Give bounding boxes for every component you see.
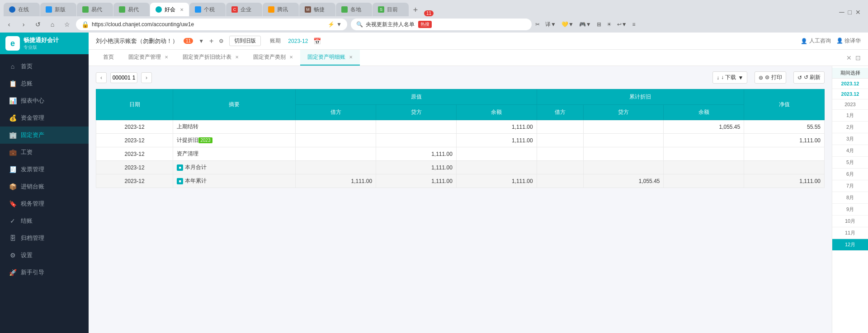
period-month-4[interactable]: 4月: [832, 145, 868, 157]
account-settings-btn[interactable]: ⚙: [219, 38, 224, 44]
period-current-year[interactable]: 2023.12: [832, 89, 868, 99]
sidebar-item-tax[interactable]: 🔖 税务管理: [0, 195, 89, 212]
browser-tab-11[interactable]: S 目前: [373, 3, 409, 16]
cell-acc-balance: 1,055.45: [664, 120, 744, 134]
grid-btn[interactable]: ⊞: [597, 21, 601, 28]
period-selected-year[interactable]: 2023.12: [832, 79, 868, 89]
sidebar-item-archive[interactable]: 🗄 归档管理: [0, 230, 89, 247]
period-month-11[interactable]: 11月: [832, 227, 868, 239]
maximize-btn[interactable]: □: [848, 9, 852, 16]
browser-tab-8[interactable]: 腾讯: [263, 3, 299, 16]
add-account-btn[interactable]: +: [209, 37, 213, 45]
support-btn[interactable]: 👤 人工咨询: [801, 37, 831, 45]
period-month-9[interactable]: 9月: [832, 204, 868, 216]
sidebar-item-payroll[interactable]: 💼 工资: [0, 144, 89, 161]
browser-tab-4[interactable]: 易代: [113, 3, 150, 16]
tab-asset-category[interactable]: 固定资产类别 ✕: [246, 50, 300, 66]
tab-close-5[interactable]: ✕: [180, 7, 184, 12]
close-all-icon[interactable]: ✕: [846, 54, 852, 61]
user-menu-btn[interactable]: 👤 徐译华: [836, 37, 861, 45]
period-month-1[interactable]: 1月: [832, 110, 868, 122]
game-btn[interactable]: 🎮▼: [579, 21, 591, 28]
sidebar-item-reports[interactable]: 📊 报表中心: [0, 92, 89, 109]
undo-btn[interactable]: ↩▼: [617, 21, 627, 28]
tab-asset-detail-close[interactable]: ✕: [349, 55, 353, 60]
switch-version-btn[interactable]: 切到旧版: [229, 36, 261, 46]
address-bar-input[interactable]: 🔒 https://cloud.chanjet.com/accounting/u…: [76, 19, 347, 30]
print-btn[interactable]: ⊜ ⊜ 打印: [755, 71, 786, 84]
notification-badge[interactable]: 11: [424, 10, 434, 16]
tab-depreciation-stat[interactable]: 固定资产折旧统计表 ✕: [175, 50, 246, 66]
sidebar-item-fixed-assets[interactable]: 🏢 固定资产: [0, 127, 89, 144]
sidebar-item-home[interactable]: ⌂ 首页: [0, 58, 89, 75]
tab-asset-category-close[interactable]: ✕: [289, 55, 293, 60]
tax-icon: 🔖: [9, 200, 16, 207]
period-month-10[interactable]: 10月: [832, 216, 868, 227]
refresh-btn[interactable]: ↺: [33, 19, 43, 30]
support-icon: 👤: [801, 38, 807, 44]
translate-btn[interactable]: 译▼: [545, 21, 556, 28]
browser-tab-2[interactable]: 新版: [40, 3, 76, 16]
period-month-8[interactable]: 8月: [832, 192, 868, 204]
sidebar-item-ledger[interactable]: 📋 总账: [0, 75, 89, 92]
period-month-5[interactable]: 5月: [832, 157, 868, 169]
back-btn[interactable]: ‹: [4, 19, 14, 30]
summary-icon: ■: [177, 178, 183, 184]
sidebar-item-settings[interactable]: ⚙ 设置: [0, 247, 89, 264]
col-acc-credit-header: 贷方: [583, 105, 664, 120]
funds-icon: 💰: [9, 114, 16, 122]
table-row[interactable]: 2023-12 资产清理 1,111.00: [96, 147, 825, 161]
more-btn[interactable]: ≡: [632, 21, 636, 28]
home-nav-btn[interactable]: ⌂: [47, 19, 58, 30]
period-month-6[interactable]: 6月: [832, 169, 868, 180]
tab-home[interactable]: 首页: [96, 50, 121, 66]
table-row[interactable]: 2023-12 ■本月合计 1,111.00: [96, 161, 825, 174]
search-bar[interactable]: 🔍 央视更新主持人名单 热搜: [351, 19, 532, 30]
refresh-label: ↺ 刷新: [804, 74, 821, 81]
expand-icon[interactable]: ⊡: [855, 54, 861, 61]
period-month-3[interactable]: 3月: [832, 133, 868, 145]
sidebar-item-funds[interactable]: 💰 资金管理: [0, 109, 89, 127]
bookmark-btn[interactable]: ☆: [61, 19, 72, 30]
download-btn[interactable]: ↓ ↓ 下载 ▼: [712, 71, 747, 84]
refresh-btn-action[interactable]: ↺ ↺ 刷新: [793, 71, 825, 84]
tab-asset-category-label: 固定资产类别: [253, 53, 286, 61]
sidebar-item-closing[interactable]: ✓ 结账: [0, 212, 89, 230]
browser-tab-5[interactable]: 好会 ✕: [150, 3, 189, 16]
tab-fixed-asset-mgmt[interactable]: 固定资产管理 ✕: [121, 50, 175, 66]
tab-fixed-asset-mgmt-close[interactable]: ✕: [165, 55, 168, 60]
tab-label-10: 各地: [350, 6, 361, 14]
minimize-btn[interactable]: ─: [839, 8, 844, 16]
browser-tab-10[interactable]: 各地: [336, 3, 372, 16]
period-month-2[interactable]: 2月: [832, 122, 868, 133]
tab-asset-detail[interactable]: 固定资产明细账 ✕: [300, 50, 360, 66]
forward-btn[interactable]: ›: [18, 19, 29, 30]
sidebar-item-inventory[interactable]: 📦 进销台账: [0, 178, 89, 195]
browser-tab-3[interactable]: 易代: [77, 3, 113, 16]
dropdown-icon[interactable]: ▼: [336, 21, 342, 28]
account-dropdown-icon[interactable]: ▼: [198, 38, 204, 44]
wallet-btn[interactable]: 💛▼: [561, 21, 574, 28]
brightness-btn[interactable]: ☀: [607, 21, 612, 28]
browser-tab-1[interactable]: 在线: [4, 3, 40, 16]
new-tab-button[interactable]: +: [409, 4, 422, 16]
period-year-2023[interactable]: 2023: [832, 99, 868, 110]
sidebar-item-invoice[interactable]: 🧾 发票管理: [0, 161, 89, 178]
scissors-btn[interactable]: ✂: [535, 21, 540, 28]
browser-tab-9[interactable]: M 畅捷: [299, 3, 335, 16]
table-row[interactable]: 2023-12 上期结转 1,111.00 1,055.45 55.55: [96, 120, 825, 134]
browser-tab-6[interactable]: 个税: [189, 3, 226, 16]
translate-icon[interactable]: ⚡: [328, 21, 335, 28]
browser-tab-7[interactable]: C 企业: [226, 3, 262, 16]
close-window-btn[interactable]: ✕: [855, 9, 861, 16]
tab-depreciation-stat-close[interactable]: ✕: [235, 55, 239, 60]
period-month-7[interactable]: 7月: [832, 180, 868, 192]
sidebar-item-guide[interactable]: 🚀 新手引导: [0, 264, 89, 281]
calendar-icon[interactable]: 📅: [313, 38, 321, 45]
page-prev-btn[interactable]: ‹: [96, 72, 107, 83]
page-input[interactable]: 000001 1: [110, 72, 137, 83]
table-row[interactable]: 2023-12 ■本年累计 1,111.00 1,111.00 1,111.00…: [96, 174, 825, 188]
page-next-btn[interactable]: ›: [141, 72, 152, 83]
period-month-12[interactable]: 12月: [832, 239, 868, 251]
table-row[interactable]: 2023-12 计提折旧2023 1,111.00 1,111.00: [96, 134, 825, 147]
